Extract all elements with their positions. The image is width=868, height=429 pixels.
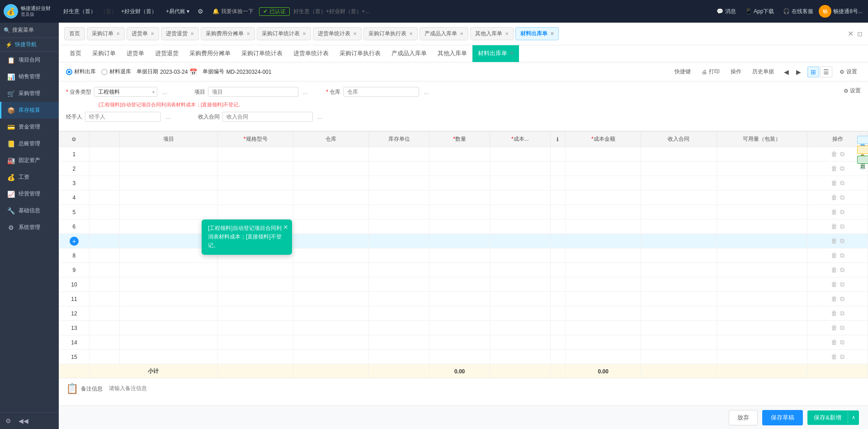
calendar-icon[interactable]: 📅 (189, 68, 197, 76)
top-nav-item-2[interactable]: +好业财（首） (117, 8, 161, 15)
operation-btn[interactable]: 操作 (727, 66, 745, 77)
income-contract-dots[interactable]: ... (317, 113, 323, 120)
delete-row-icon[interactable]: 🗑 (831, 252, 837, 259)
delete-row-icon[interactable]: 🗑 (831, 266, 837, 274)
remarks-input[interactable] (107, 383, 861, 401)
tab-purchase_stat[interactable]: 进货单统计表✕ (313, 27, 362, 40)
delete-row-icon[interactable]: 🗑 (831, 237, 837, 245)
copy-row-icon[interactable]: ⧉ (840, 150, 844, 158)
nav-item-首页[interactable]: 首页 (64, 45, 87, 62)
tab-material_out[interactable]: 材料出库单✕ (515, 27, 559, 40)
tab-return[interactable]: 进货退货✕ (161, 27, 199, 40)
sidebar-item-mgmt[interactable]: 📈经营管理 (0, 186, 59, 202)
tab-product_in[interactable]: 产成品入库单✕ (420, 27, 468, 40)
sidebar-item-assets[interactable]: 🏭固定资产 (0, 152, 59, 169)
print-btn[interactable]: 🖨 打印 (698, 66, 723, 77)
top-nav-item-3[interactable]: +易代账 ▾ (161, 8, 194, 15)
add-row-btn[interactable]: + (70, 237, 79, 246)
copy-row-icon[interactable]: ⧉ (840, 179, 844, 187)
copy-row-icon[interactable]: ⧉ (840, 353, 844, 361)
copy-row-icon[interactable]: ⧉ (840, 338, 844, 346)
expand-icon[interactable]: ⊡ (857, 30, 863, 38)
sidebar-settings-icon[interactable]: ⚙ (5, 417, 11, 424)
delete-row-icon[interactable]: 🗑 (831, 338, 837, 346)
close-tab-icon[interactable]: ✕ (848, 29, 854, 38)
delete-row-icon[interactable]: 🗑 (831, 353, 837, 361)
tab-purchase[interactable]: 进货单✕ (127, 27, 159, 40)
trial-btn[interactable]: 🔔 我要体验一下 (207, 8, 259, 15)
delete-row-icon[interactable]: 🗑 (831, 281, 837, 288)
radio-return[interactable]: 材料退库 (101, 68, 131, 76)
tab-cost_split[interactable]: 采购费用分摊单✕ (201, 27, 255, 40)
radio-out[interactable]: 材料出库 (66, 68, 96, 76)
message-btn[interactable]: 💬 消息 (713, 8, 740, 15)
right-float-btn-1[interactable]: 附件 (857, 136, 868, 144)
handler-dots[interactable]: ... (165, 113, 171, 120)
nav-item-采购订单执行表[interactable]: 采购订单执行表 (334, 45, 386, 62)
delete-row-icon[interactable]: 🗑 (831, 208, 837, 216)
tooltip-close-icon[interactable]: ✕ (283, 222, 288, 232)
handler-input[interactable] (85, 112, 161, 122)
close-tab-product_in-icon[interactable]: ✕ (460, 31, 463, 36)
save-new-main-btn[interactable]: 保存&新增 (807, 410, 848, 425)
copy-row-icon[interactable]: ⧉ (840, 208, 844, 216)
app-download-btn[interactable]: 📱 App下载 (741, 8, 778, 15)
delete-row-icon[interactable]: 🗑 (831, 295, 837, 303)
copy-row-icon[interactable]: ⧉ (840, 165, 844, 172)
tab-other_in[interactable]: 其他入库单✕ (470, 27, 514, 40)
top-nav-item-1[interactable]: 好生意（首） (59, 8, 100, 15)
project-input[interactable] (208, 87, 298, 97)
sidebar-item-purchase[interactable]: 🛒采购管理 (0, 85, 59, 102)
sidebar-item-base[interactable]: 🔧基础信息 (0, 202, 59, 219)
tab-po_stat[interactable]: 采购订单统计表✕ (257, 27, 311, 40)
delete-row-icon[interactable]: 🗑 (831, 165, 837, 172)
online-service-btn[interactable]: 🎧 在线客服 (779, 8, 817, 15)
close-tab-cost_split-icon[interactable]: ✕ (246, 31, 250, 36)
copy-row-icon[interactable]: ⧉ (840, 281, 844, 288)
copy-row-icon[interactable]: ⧉ (840, 223, 844, 230)
nav-item-产成品入库单[interactable]: 产成品入库单 (386, 45, 432, 62)
history-btn[interactable]: 历史单据 (749, 66, 778, 77)
sidebar-item-sales[interactable]: 📊销售管理 (0, 68, 59, 85)
nav-item-采购订单[interactable]: 采购订单 (87, 45, 121, 62)
next-record-icon[interactable]: ▶ (793, 67, 804, 76)
sidebar-item-payroll[interactable]: 💰工资 (0, 169, 59, 186)
close-tab-material_out-icon[interactable]: ✕ (550, 31, 554, 36)
tab-po_exec[interactable]: 采购订单执行表✕ (363, 27, 418, 40)
sidebar-item-inventory[interactable]: 📦库存核算 (0, 102, 59, 119)
close-tab-po_stat-icon[interactable]: ✕ (302, 31, 306, 36)
sidebar-item-ledger[interactable]: 📒总账管理 (0, 135, 59, 152)
copy-row-icon[interactable]: ⧉ (840, 252, 844, 259)
delete-row-icon[interactable]: 🗑 (831, 310, 837, 317)
copy-row-icon[interactable]: ⧉ (840, 194, 844, 201)
sidebar-item-finance[interactable]: 💳资金管理 (0, 119, 59, 135)
list-view-btn[interactable]: ☰ (820, 67, 832, 77)
nav-item-进货单统计表[interactable]: 进货单统计表 (288, 45, 334, 62)
save-draft-btn[interactable]: 保存草稿 (762, 410, 803, 425)
username[interactable]: 畅捷通8号... (833, 8, 863, 15)
nav-item-进货退货[interactable]: 进货退货 (150, 45, 184, 62)
prev-record-icon[interactable]: ◀ (781, 67, 792, 76)
copy-row-icon[interactable]: ⧉ (840, 295, 844, 303)
grid-view-btn[interactable]: ⊞ (807, 67, 819, 77)
shortcut-btn[interactable]: 快捷键 (671, 66, 694, 77)
delete-row-icon[interactable]: 🗑 (831, 179, 837, 187)
sidebar-item-system[interactable]: ⚙系统管理 (0, 219, 59, 236)
business-type-select[interactable] (94, 87, 157, 97)
close-tab-purchase-icon[interactable]: ✕ (151, 31, 154, 36)
project-dots[interactable]: ... (303, 88, 308, 95)
warehouse-input[interactable] (343, 87, 419, 97)
avatar[interactable]: 畅 (819, 5, 831, 18)
income-contract-input[interactable] (222, 112, 313, 122)
verified-badge[interactable]: ✔ 已认证 (259, 7, 290, 16)
nav-item-采购订单统计表[interactable]: 采购订单统计表 (236, 45, 288, 62)
page-settings-btn[interactable]: ⚙ 设置 (844, 87, 861, 95)
close-tab-po_exec-icon[interactable]: ✕ (409, 31, 413, 36)
quick-nav[interactable]: ⚡ 快捷导航 (0, 38, 59, 52)
close-tab-po-icon[interactable]: ✕ (116, 31, 120, 36)
settings-nav-icon[interactable]: ⚙ (194, 8, 207, 15)
tab-home[interactable]: 首页 (64, 27, 85, 40)
tab-po[interactable]: 采购订单✕ (87, 27, 125, 40)
sidebar-item-project[interactable]: 📋项目合同 (0, 52, 59, 68)
col-settings-header[interactable]: ⚙ (59, 132, 90, 147)
